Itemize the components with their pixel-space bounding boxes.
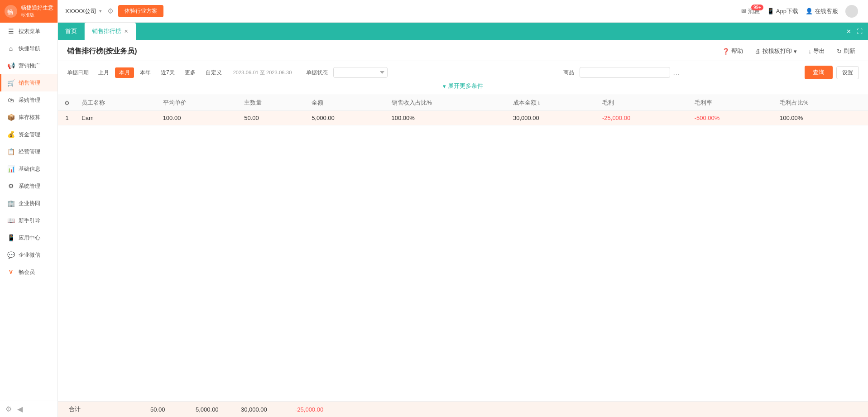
- more-options-icon[interactable]: …: [673, 68, 680, 77]
- cell-amount: 5,000.00: [306, 111, 386, 125]
- help-icon: ❓: [722, 48, 729, 55]
- status-select[interactable]: [333, 67, 388, 78]
- tab-close-icon[interactable]: ✕: [124, 29, 128, 34]
- help-button[interactable]: ❓ 帮助: [719, 45, 747, 57]
- sidebar-item-app-center[interactable]: 📱 应用中心: [0, 229, 58, 246]
- tab-home[interactable]: 首页: [58, 23, 85, 40]
- date-tab-year[interactable]: 本年: [136, 67, 155, 78]
- sidebar-item-weixin[interactable]: 💬 企业微信: [0, 246, 58, 264]
- sidebar-item-purchase[interactable]: 🛍 采购管理: [0, 91, 58, 109]
- guide-icon: 📖: [7, 216, 15, 225]
- message-badge: 99+: [751, 5, 763, 10]
- settings-bottom-icon[interactable]: ⚙: [5, 405, 12, 413]
- cell-quantity: 50.00: [239, 111, 306, 125]
- page-title: 销售排行榜(按业务员): [67, 47, 137, 56]
- gear-icon[interactable]: ⚙: [107, 7, 114, 15]
- settings-filter-button[interactable]: 设置: [836, 66, 859, 79]
- search-order-icon: ☰: [7, 27, 15, 35]
- sidebar-logo: 畅 畅捷通好生意 标准版: [0, 0, 58, 23]
- message-button[interactable]: ✉ 消息 99+: [741, 7, 760, 15]
- purchase-icon: 🛍: [7, 96, 15, 104]
- tab-sales-rank-label: 销售排行榜: [92, 27, 121, 35]
- status-filter-field: [333, 67, 553, 78]
- sidebar-nav: ☰ 搜索菜单 ⌂ 快捷导航 📢 营销推广 🛒 销售管理 🛍 采购管理 📦 库存核…: [0, 23, 58, 401]
- sidebar-item-label: 企业微信: [19, 251, 40, 259]
- sidebar-item-member[interactable]: V 畅会员: [0, 264, 58, 281]
- sidebar-item-quick-nav[interactable]: ⌂ 快捷导航: [0, 40, 58, 57]
- date-tab-cur[interactable]: 本月: [115, 67, 134, 78]
- sidebar-item-search-order[interactable]: ☰ 搜索菜单: [0, 23, 58, 40]
- col-settings[interactable]: ⚙: [58, 95, 76, 111]
- table-area: ⚙ 员工名称 平均单价 主数量 全额: [58, 95, 868, 401]
- svg-text:畅: 畅: [7, 9, 13, 15]
- tab-home-label: 首页: [65, 27, 77, 35]
- cell-cost: 30,000.00: [508, 111, 597, 125]
- service-icon: 👤: [806, 8, 813, 14]
- sidebar-bottom: ⚙ ◀: [0, 401, 58, 417]
- app-center-icon: 📱: [7, 234, 15, 242]
- cost-info-icon[interactable]: ℹ: [538, 100, 540, 105]
- top-header: XXXXX公司 ▾ ⚙ 体验行业方案 ✉ 消息 99+ 📱 App下载 👤 在线…: [58, 0, 868, 23]
- page-actions: ❓ 帮助 🖨 按模板打印 ▾ ↓ 导出 ↻ 刷新: [719, 45, 859, 57]
- col-sales-pct: 销售收入占比%: [386, 95, 508, 111]
- sidebar-item-label: 采购管理: [19, 96, 40, 104]
- message-icon: ✉: [741, 8, 746, 14]
- export-button[interactable]: ↓ 导出: [805, 45, 829, 57]
- sidebar-item-inventory[interactable]: 📦 库存核算: [0, 109, 58, 126]
- sidebar-item-label: 快捷导航: [19, 45, 40, 53]
- maximize-icon[interactable]: ⛶: [857, 28, 863, 35]
- query-button[interactable]: 查询: [805, 66, 833, 79]
- export-label: 导出: [813, 47, 825, 55]
- online-service-button[interactable]: 👤 在线客服: [806, 7, 838, 15]
- sidebar-item-sales[interactable]: 🛒 销售管理: [0, 74, 58, 91]
- basic-info-icon: 📊: [7, 165, 15, 173]
- main-content: XXXXX公司 ▾ ⚙ 体验行业方案 ✉ 消息 99+ 📱 App下载 👤 在线…: [58, 0, 868, 417]
- sidebar-item-system[interactable]: ⚙ 系统管理: [0, 177, 58, 195]
- sidebar-item-operations[interactable]: 📋 经营管理: [0, 143, 58, 160]
- cell-gross-pct: 100.00%: [774, 111, 868, 125]
- sidebar-item-label: 基础信息: [19, 165, 40, 173]
- sidebar-item-guide[interactable]: 📖 新手引导: [0, 212, 58, 229]
- col-cost: 成本全额 ℹ: [508, 95, 597, 111]
- col-gross-rate: 毛利率: [689, 95, 774, 111]
- sidebar-item-corp-collab[interactable]: 🏢 企业协同: [0, 195, 58, 212]
- cell-gross-rate: -500.00%: [689, 111, 774, 125]
- close-window-icon[interactable]: ✕: [846, 28, 851, 35]
- refresh-label: 刷新: [844, 47, 855, 55]
- app-download-button[interactable]: 📱 App下载: [767, 7, 798, 15]
- refresh-button[interactable]: ↻ 刷新: [833, 45, 859, 57]
- table-header-row: ⚙ 员工名称 平均单价 主数量 全额: [58, 95, 868, 111]
- date-tab-7days[interactable]: 近7天: [157, 67, 179, 78]
- service-label: 在线客服: [815, 7, 838, 15]
- cell-name: Eam: [76, 111, 158, 125]
- avatar[interactable]: [845, 5, 858, 18]
- date-tab-prev[interactable]: 上月: [94, 67, 113, 78]
- table-footer: 合计 50.00 5,000.00 30,000.00 -25,000.00: [58, 401, 868, 417]
- column-settings-icon[interactable]: ⚙: [64, 100, 70, 106]
- sidebar-item-label: 销售管理: [19, 79, 40, 87]
- tab-sales-rank[interactable]: 销售排行榜 ✕: [85, 23, 136, 40]
- trial-button[interactable]: 体验行业方案: [118, 5, 163, 17]
- date-tab-more[interactable]: 更多: [181, 67, 200, 78]
- print-label: 按模板打印: [762, 47, 792, 55]
- tab-right-icons: ✕ ⛶: [841, 28, 868, 35]
- col-amount: 全额: [306, 95, 386, 111]
- avatar-area: [845, 5, 861, 18]
- sales-rank-table: ⚙ 员工名称 平均单价 主数量 全额: [58, 95, 868, 125]
- col-name: 员工名称: [76, 95, 158, 111]
- print-chevron-icon: ▾: [794, 48, 797, 55]
- page-content: 销售排行榜(按业务员) ❓ 帮助 🖨 按模板打印 ▾ ↓ 导出 ↻ 刷新: [58, 40, 868, 417]
- sidebar-item-basic-info[interactable]: 📊 基础信息: [0, 160, 58, 177]
- chevron-down-icon: ▾: [443, 83, 446, 90]
- cell-sales-pct: 100.00%: [386, 111, 508, 125]
- company-selector[interactable]: XXXXX公司 ▾: [65, 7, 102, 15]
- finance-icon: 💰: [7, 130, 15, 139]
- sidebar-item-finance[interactable]: 💰 资金管理: [0, 126, 58, 143]
- sidebar-item-marketing[interactable]: 📢 营销推广: [0, 57, 58, 74]
- goods-input[interactable]: [580, 67, 670, 78]
- date-tab-custom[interactable]: 自定义: [201, 67, 226, 78]
- expand-button[interactable]: ▾ 展开更多条件: [443, 82, 483, 90]
- footer-quantity: 50.00: [145, 406, 190, 413]
- print-button[interactable]: 🖨 按模板打印 ▾: [751, 45, 801, 57]
- collapse-icon[interactable]: ◀: [17, 405, 23, 413]
